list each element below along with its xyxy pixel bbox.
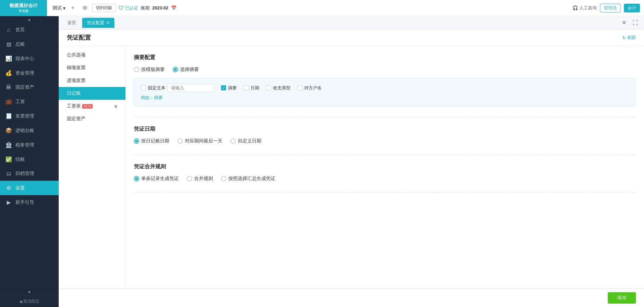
add-button[interactable]: ＋: [68, 3, 77, 13]
new-badge: NEW: [82, 104, 93, 108]
left-nav-payroll[interactable]: 工资表 NEW ∨: [59, 100, 125, 113]
summary-radio-group: 按模版摘要 选择摘要: [134, 67, 636, 73]
refresh-button[interactable]: ↻ 刷新: [622, 35, 636, 41]
left-nav-journal[interactable]: 日记账: [59, 87, 125, 100]
chevron-down-icon[interactable]: ▾: [63, 5, 65, 11]
accountant-button[interactable]: 会计: [624, 4, 640, 12]
radio-single-record[interactable]: 单条记录生成凭证: [134, 176, 179, 182]
checkbox-date-box[interactable]: [244, 85, 249, 90]
consult-button[interactable]: 🎧 人工咨询: [573, 5, 597, 11]
page-title: 凭证配置: [67, 34, 91, 42]
sidebar-item-ledger[interactable]: ▤ 总账: [0, 37, 59, 51]
radio-period-last[interactable]: 对应期间最后一天: [177, 138, 222, 144]
save-button[interactable]: 保存: [608, 292, 636, 304]
assets-icon: 🏛: [5, 84, 12, 90]
tab-voucher-config[interactable]: 凭证配置 ✕: [82, 18, 114, 28]
salary-icon: 💼: [5, 98, 12, 105]
archive-icon: 🗂: [5, 171, 12, 177]
checkbox-summary: ✓ 摘要: [221, 85, 237, 91]
checkbox-fixed-text: 固定文本: [141, 84, 214, 92]
divider-1: [134, 117, 636, 118]
sidebar-item-salary[interactable]: 💼 工资: [0, 94, 59, 109]
sidebar-label-sales: 进销台账: [15, 128, 34, 134]
radio-select-circle: [173, 67, 178, 72]
sidebar-item-invoice[interactable]: 🧾 发票管理: [0, 109, 59, 123]
admin-button[interactable]: 管理员: [600, 4, 621, 12]
bottom-bar: 保存: [59, 288, 644, 307]
sidebar-item-archive[interactable]: 🗂 归档管理: [0, 167, 59, 181]
page-header: 凭证配置 ↻ 刷新: [59, 30, 644, 46]
voucher-merge-section: 凭证合并规则 单条记录生成凭证 合并规则: [134, 163, 636, 182]
sidebar-item-sales[interactable]: 📦 进销台账: [0, 123, 59, 138]
checkbox-counterpart-box[interactable]: [297, 85, 302, 90]
period-value: 2023-02: [152, 5, 168, 10]
sidebar-item-funds[interactable]: 💰 资金管理: [0, 66, 59, 80]
radio-merge-circle: [187, 176, 192, 181]
period-label: 账期: [141, 5, 150, 11]
sidebar-item-assets[interactable]: 🏛 固定资产: [0, 80, 59, 94]
guide-icon: ▶: [5, 199, 12, 206]
radio-journal-date-circle: [134, 138, 139, 144]
left-nav: 公共选项 销项发票 进项发票 日记账 工资表 NEW ∨: [59, 46, 126, 288]
settings-sidebar-icon: ⚙: [5, 185, 12, 191]
settings-icon[interactable]: ⚙: [80, 3, 90, 13]
sidebar-label-funds: 资金管理: [15, 70, 34, 76]
radio-select-summary[interactable]: 按照选择汇总生成凭证: [221, 176, 275, 182]
radio-template-summary[interactable]: 按模版摘要: [134, 67, 165, 73]
sidebar-label-settle: 结账: [15, 157, 25, 163]
right-content: 摘要配置 按模版摘要 选择摘要: [126, 46, 644, 288]
sidebar-label-tax: 税务管理: [15, 142, 34, 148]
collapse-label: 取消固定: [23, 299, 40, 304]
radio-single-circle: [134, 176, 139, 181]
checkbox-fixed-text-box[interactable]: [141, 85, 146, 90]
voucher-date-radio-group: 按日记账日期 对应期间最后一天 自定义日期: [134, 138, 636, 144]
radio-template-circle: [134, 67, 139, 72]
checkbox-counterpart: 对方户名: [297, 85, 322, 91]
sidebar-label-assets: 固定资产: [15, 84, 34, 90]
checkbox-payment-type-box[interactable]: [266, 85, 271, 90]
tab-fullscreen-icon[interactable]: ⛶: [631, 18, 640, 28]
divider-3: [134, 192, 636, 193]
radio-custom-date[interactable]: 自定义日期: [230, 138, 261, 144]
sidebar-item-reports[interactable]: 📊 报表中心: [0, 51, 59, 66]
radio-select-summary[interactable]: 选择摘要: [173, 67, 199, 73]
example-text: 例如：摘要: [141, 95, 629, 101]
sidebar-item-tax[interactable]: 🏦 税务管理: [0, 138, 59, 152]
sidebar-label-salary: 工资: [15, 99, 25, 105]
home-icon: ⌂: [5, 27, 12, 33]
radio-journal-date[interactable]: 按日记账日期: [134, 138, 169, 144]
left-nav-purchase-invoice[interactable]: 进项发票: [59, 74, 125, 87]
tab-close-icon[interactable]: ✕: [619, 18, 629, 28]
scroll-up-arrow[interactable]: ▲: [0, 16, 59, 23]
voucher-merge-title: 凭证合并规则: [134, 163, 636, 170]
sidebar-label-invoice: 发票管理: [15, 113, 34, 119]
checkbox-date: 日期: [244, 85, 259, 91]
summary-checkbox-row: 固定文本 ✓ 摘要 日期: [134, 78, 636, 106]
sidebar-item-settle[interactable]: ✅ 结账: [0, 152, 59, 167]
radio-select-summary-circle: [221, 176, 226, 181]
tab-close-button[interactable]: ✕: [106, 20, 110, 25]
inner-layout: 公共选项 销项发票 进项发票 日记账 工资表 NEW ∨: [59, 46, 644, 288]
left-nav-sales-invoice[interactable]: 销项发票: [59, 61, 125, 74]
sidebar-item-home[interactable]: ⌂ 首页: [0, 23, 59, 37]
tab-home[interactable]: 首页: [63, 18, 81, 28]
checkbox-summary-box[interactable]: ✓: [221, 85, 226, 90]
content-area: 首页 凭证配置 ✕ ✕ ⛶ 凭证配置 ↻ 刷新: [59, 16, 644, 307]
logo-text: 畅捷通好会计: [9, 3, 38, 9]
left-nav-fixed-assets[interactable]: 固定资产: [59, 113, 125, 125]
sidebar-item-settings[interactable]: ⚙ 设置: [0, 181, 59, 195]
radio-period-last-circle: [177, 138, 183, 144]
radio-merge-rule[interactable]: 合并规则: [187, 176, 213, 182]
topbar: 畅捷通好会计 专业版 测试 ▾ ＋ ⚙ 切到旧版 🛡 已认证 账期 2023-0…: [0, 0, 644, 16]
fixed-text-input[interactable]: [167, 84, 214, 92]
checkbox-payment-type: 收支类型: [266, 85, 290, 91]
settle-icon: ✅: [5, 156, 12, 163]
scroll-down-arrow[interactable]: ▼: [0, 289, 59, 296]
logo-sub: 专业版: [18, 9, 29, 13]
switch-old-button[interactable]: 切到旧版: [92, 4, 116, 12]
sidebar-item-guide[interactable]: ▶ 新手引导: [0, 195, 59, 210]
left-nav-public[interactable]: 公共选项: [59, 49, 125, 61]
calendar-icon[interactable]: 📅: [171, 5, 176, 10]
main-layout: ▲ ⌂ 首页 ▤ 总账 📊 报表中心 💰 资金管理 🏛 固定资产: [0, 16, 644, 307]
sidebar-collapse-button[interactable]: ◀ 取消固定: [0, 296, 59, 307]
